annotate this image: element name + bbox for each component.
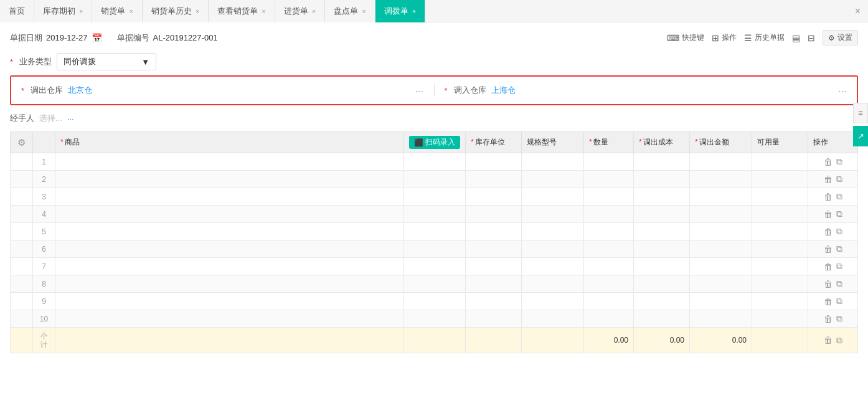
row-unit-cell[interactable]: [466, 275, 522, 293]
row-amount-cell[interactable]: [690, 310, 752, 328]
row-amount-cell[interactable]: [690, 188, 752, 206]
right-export-btn[interactable]: ↗: [853, 126, 868, 146]
row-product-cell[interactable]: [55, 310, 404, 328]
tab-inventory-check-close[interactable]: ×: [362, 7, 366, 15]
row-product-cell[interactable]: [55, 258, 404, 275]
tab-transfer[interactable]: 调拨单 ×: [375, 0, 425, 22]
row-spec-cell[interactable]: [522, 258, 584, 275]
row-amount-cell[interactable]: [690, 223, 752, 240]
row-unit-cell[interactable]: [466, 153, 522, 171]
row-spec-cell[interactable]: [522, 240, 584, 258]
row-delete-icon[interactable]: 🗑: [824, 314, 833, 324]
settings-btn[interactable]: ⚙ 设置: [823, 30, 858, 45]
row-qty-cell[interactable]: [584, 293, 634, 310]
row-product-cell[interactable]: [55, 171, 404, 188]
row-qty-cell[interactable]: [584, 258, 634, 275]
row-copy-icon[interactable]: ⧉: [836, 156, 842, 167]
row-cost-cell[interactable]: [634, 275, 690, 293]
row-qty-cell[interactable]: [584, 188, 634, 206]
row-unit-cell[interactable]: [466, 223, 522, 240]
calendar-icon[interactable]: 📅: [92, 33, 102, 43]
row-copy-icon[interactable]: ⧉: [836, 244, 842, 254]
row-delete-icon[interactable]: 🗑: [824, 227, 833, 237]
history-btn[interactable]: ☰ 历史单据: [744, 32, 785, 43]
row-qty-cell[interactable]: [584, 310, 634, 328]
tab-purchase[interactable]: 进货单 ×: [275, 0, 325, 22]
table-settings-gear-icon[interactable]: ⚙: [16, 137, 27, 148]
row-cost-cell[interactable]: [634, 206, 690, 223]
row-amount-cell[interactable]: [690, 206, 752, 223]
row-product-cell[interactable]: [55, 240, 404, 258]
tab-transfer-close[interactable]: ×: [412, 7, 416, 15]
row-amount-cell[interactable]: [690, 275, 752, 293]
row-spec-cell[interactable]: [522, 171, 584, 188]
row-qty-cell[interactable]: [584, 240, 634, 258]
row-product-cell[interactable]: [55, 206, 404, 223]
row-copy-icon[interactable]: ⧉: [836, 174, 842, 184]
row-unit-cell[interactable]: [466, 188, 522, 206]
row-qty-cell[interactable]: [584, 153, 634, 171]
subtotal-copy-icon[interactable]: ⧉: [836, 335, 842, 346]
tab-inventory-init-close[interactable]: ×: [79, 7, 83, 15]
row-product-cell[interactable]: [55, 188, 404, 206]
row-copy-icon[interactable]: ⧉: [836, 313, 842, 324]
row-copy-icon[interactable]: ⧉: [836, 191, 842, 202]
row-spec-cell[interactable]: [522, 206, 584, 223]
row-amount-cell[interactable]: [690, 240, 752, 258]
row-cost-cell[interactable]: [634, 223, 690, 240]
handler-placeholder[interactable]: 选择...: [39, 113, 62, 124]
tab-purchase-close[interactable]: ×: [312, 7, 316, 15]
window-close-btn[interactable]: ×: [847, 6, 868, 17]
tab-inventory-init[interactable]: 库存期初 ×: [34, 0, 92, 22]
tab-view-sales-close[interactable]: ×: [262, 7, 265, 15]
right-list-btn[interactable]: ≡: [853, 103, 868, 123]
row-copy-icon[interactable]: ⧉: [836, 278, 842, 289]
tab-inventory-check[interactable]: 盘点单 ×: [325, 0, 375, 22]
row-cost-cell[interactable]: [634, 188, 690, 206]
row-unit-cell[interactable]: [466, 310, 522, 328]
row-delete-icon[interactable]: 🗑: [824, 262, 833, 272]
out-warehouse-more-btn[interactable]: ···: [415, 86, 424, 95]
row-cost-cell[interactable]: [634, 240, 690, 258]
biz-type-select[interactable]: 同价调拨 ▼: [57, 53, 156, 70]
row-copy-icon[interactable]: ⧉: [836, 209, 842, 219]
row-delete-icon[interactable]: 🗑: [824, 157, 833, 167]
row-delete-icon[interactable]: 🗑: [824, 244, 833, 254]
row-delete-icon[interactable]: 🗑: [824, 209, 833, 219]
row-product-cell[interactable]: [55, 293, 404, 310]
row-cost-cell[interactable]: [634, 293, 690, 310]
operations-btn[interactable]: ⊞ 操作: [712, 32, 737, 43]
row-unit-cell[interactable]: [466, 240, 522, 258]
row-delete-icon[interactable]: 🗑: [824, 297, 833, 307]
row-qty-cell[interactable]: [584, 223, 634, 240]
row-cost-cell[interactable]: [634, 153, 690, 171]
row-unit-cell[interactable]: [466, 206, 522, 223]
row-spec-cell[interactable]: [522, 223, 584, 240]
row-copy-icon[interactable]: ⧉: [836, 226, 842, 237]
row-delete-icon[interactable]: 🗑: [824, 174, 833, 184]
row-unit-cell[interactable]: [466, 258, 522, 275]
row-qty-cell[interactable]: [584, 171, 634, 188]
row-copy-icon[interactable]: ⧉: [836, 261, 842, 272]
row-spec-cell[interactable]: [522, 275, 584, 293]
row-unit-cell[interactable]: [466, 171, 522, 188]
row-cost-cell[interactable]: [634, 171, 690, 188]
shortcuts-btn[interactable]: ⌨ 快捷键: [667, 32, 704, 43]
tab-sales-order-close[interactable]: ×: [129, 7, 133, 15]
in-warehouse-more-btn[interactable]: ···: [838, 86, 847, 95]
row-product-cell[interactable]: [55, 275, 404, 293]
tab-home[interactable]: 首页: [0, 0, 34, 22]
row-delete-icon[interactable]: 🗑: [824, 279, 833, 289]
handler-more-btn[interactable]: ···: [67, 114, 74, 123]
row-spec-cell[interactable]: [522, 293, 584, 310]
row-amount-cell[interactable]: [690, 171, 752, 188]
row-amount-cell[interactable]: [690, 153, 752, 171]
layout-btn1[interactable]: ▤: [792, 33, 800, 43]
row-amount-cell[interactable]: [690, 258, 752, 275]
subtotal-delete-icon[interactable]: 🗑: [824, 335, 833, 345]
row-product-cell[interactable]: [55, 223, 404, 240]
row-cost-cell[interactable]: [634, 310, 690, 328]
row-spec-cell[interactable]: [522, 310, 584, 328]
row-spec-cell[interactable]: [522, 188, 584, 206]
tab-view-sales[interactable]: 查看销货单 ×: [209, 0, 275, 22]
